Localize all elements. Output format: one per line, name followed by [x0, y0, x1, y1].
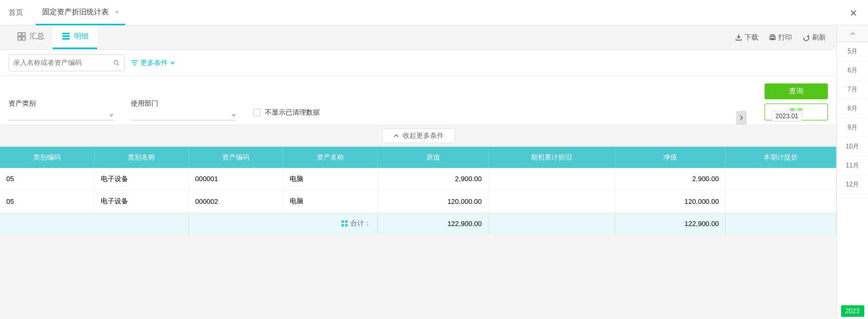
search-input[interactable]: [13, 59, 109, 67]
footer-empty1: [0, 212, 188, 234]
row2-initial-dep: [488, 190, 615, 212]
hide-cleared-label: 不显示已清理数据: [265, 108, 320, 117]
refresh-icon: [803, 34, 810, 41]
filter-icon: [131, 59, 138, 67]
row1-original-value: 2,900.00: [378, 168, 489, 190]
department-field: 使用部门: [131, 99, 236, 120]
th-original-value: 原值: [378, 147, 489, 168]
th-asset-name: 资产名称: [283, 147, 378, 168]
checkbox-box[interactable]: [253, 109, 261, 116]
timeline-nav-up[interactable]: [837, 25, 868, 42]
tab-title: 固定资产折旧统计表: [42, 7, 109, 17]
tabs-actions: 下载 打印 刷新: [735, 33, 826, 42]
svg-rect-3: [22, 37, 25, 40]
query-button[interactable]: 查询: [765, 83, 828, 99]
timeline-month-6[interactable]: 6月: [837, 61, 868, 80]
th-current-depreciation: 本期计提折: [726, 147, 836, 168]
timeline-month-10[interactable]: 10月: [837, 137, 868, 156]
row2-original-value: 120,000.00: [378, 190, 489, 212]
svg-point-9: [114, 60, 118, 64]
svg-rect-5: [62, 35, 70, 37]
department-label: 使用部门: [131, 99, 236, 108]
total-icon: [341, 220, 348, 227]
timeline-month-9[interactable]: 9月: [837, 118, 868, 137]
table-footer-row: 合计： 122,900.00 122,900.00: [0, 212, 836, 234]
svg-line-10: [118, 63, 120, 65]
row1-current-dep: [726, 168, 836, 190]
download-icon: [735, 34, 742, 41]
total-label: 合计：: [195, 219, 371, 228]
table-row: 05 电子设备 000002 电脑 120,000.00 120,000.00: [0, 190, 836, 212]
collapse-bar: 收起更多条件: [0, 125, 836, 147]
row1-category-name: 电子设备: [94, 168, 188, 190]
row2-net-value: 120,000.00: [615, 190, 726, 212]
row2-asset-code: 000002: [188, 190, 283, 212]
row1-asset-code: 000001: [188, 168, 283, 190]
timeline-month-7[interactable]: 7月: [837, 80, 868, 99]
home-link[interactable]: 首页: [8, 8, 23, 17]
footer-total-original: 122,900.00: [378, 212, 489, 234]
svg-rect-0: [18, 33, 21, 36]
tabs-row: 汇总 明细 下载 打印 刷新: [0, 25, 836, 50]
print-icon: [769, 34, 776, 41]
table-container: 类别编码 类别名称 资产编码 资产名称 原值 期初累计折旧 净值 本期计提折 0…: [0, 147, 836, 234]
row1-asset-name: 电脑: [283, 168, 378, 190]
footer-total-initial-dep: [488, 212, 615, 234]
asset-category-chevron: [109, 112, 114, 118]
date-display: 2023.01: [772, 111, 802, 121]
tab-detail-label: 明细: [74, 32, 89, 41]
print-btn[interactable]: 打印: [769, 33, 792, 42]
main-content: 汇总 明细 下载 打印 刷新: [0, 25, 836, 319]
th-category-code: 类别编码: [0, 147, 94, 168]
row1-category-code: 05: [0, 168, 94, 190]
collapse-button[interactable]: 收起更多条件: [382, 128, 455, 143]
svg-rect-1: [22, 33, 25, 36]
asset-category-field: 资产类别: [8, 99, 114, 120]
department-select[interactable]: [131, 110, 236, 120]
more-filter-btn[interactable]: 更多条件: [131, 58, 175, 68]
timeline-month-8[interactable]: 8月: [837, 99, 868, 118]
timeline-month-12[interactable]: 12月: [837, 175, 868, 194]
tab-detail[interactable]: 明细: [53, 25, 97, 49]
timeline-month-11[interactable]: 11月: [837, 156, 868, 175]
svg-rect-4: [62, 33, 70, 34]
hide-cleared-checkbox[interactable]: 不显示已清理数据: [253, 108, 320, 117]
tab-close-icon[interactable]: ×: [115, 8, 119, 16]
top-nav: 首页 固定资产折旧统计表 × ✕: [0, 0, 868, 25]
refresh-btn[interactable]: 刷新: [803, 33, 826, 42]
download-btn[interactable]: 下载: [735, 33, 758, 42]
timeline-year-btn[interactable]: 2023: [841, 305, 864, 317]
footer-total-net: 122,900.00: [615, 212, 726, 234]
svg-rect-12: [345, 220, 348, 223]
row2-current-dep: [726, 190, 836, 212]
collapse-icon: [393, 133, 399, 139]
row2-category-code: 05: [0, 190, 94, 212]
search-row: 更多条件: [0, 50, 836, 76]
row1-net-value: 2,900.00: [615, 168, 726, 190]
svg-rect-11: [341, 220, 344, 223]
right-panel: 5月 6月 7月 8月 9月 10月 11月 12月 2023: [836, 25, 868, 319]
data-table: 类别编码 类别名称 资产编码 资产名称 原值 期初累计折旧 净值 本期计提折 0…: [0, 147, 836, 234]
search-icon: [113, 59, 120, 67]
svg-rect-14: [345, 224, 348, 227]
filter-fields: 资产类别 使用部门 不显示已清理数据 查询 重置: [8, 83, 828, 120]
row1-initial-dep: [488, 168, 615, 190]
row2-asset-name: 电脑: [283, 190, 378, 212]
total-text: 合计：: [350, 219, 371, 228]
window-close-icon[interactable]: ✕: [850, 7, 857, 19]
svg-rect-13: [341, 224, 344, 227]
svg-rect-8: [771, 38, 774, 39]
th-initial-depreciation: 期初累计折旧: [488, 147, 615, 168]
table-header-row: 类别编码 类别名称 资产编码 资产名称 原值 期初累计折旧 净值 本期计提折: [0, 147, 836, 168]
timeline-month-5[interactable]: 5月: [837, 42, 868, 61]
side-panel-arrow[interactable]: [736, 111, 747, 125]
th-category-name: 类别名称: [94, 147, 188, 168]
collapse-label: 收起更多条件: [403, 131, 444, 140]
row2-category-name: 电子设备: [94, 190, 188, 212]
tab-summary[interactable]: 汇总: [8, 25, 53, 49]
footer-label-cell: 合计：: [188, 212, 377, 234]
search-wrap[interactable]: [8, 54, 125, 71]
active-tab[interactable]: 固定资产折旧统计表 ×: [36, 1, 125, 25]
department-chevron: [231, 112, 236, 118]
asset-category-select[interactable]: [8, 110, 114, 120]
